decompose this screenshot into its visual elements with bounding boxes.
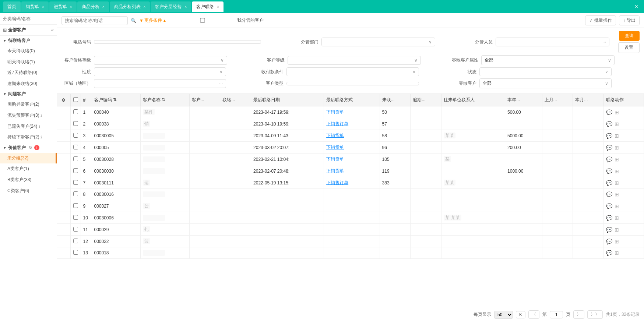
tab-home[interactable]: 首页: [3, 1, 21, 12]
my-customers-checkbox[interactable]: [169, 18, 236, 23]
customer-level-select[interactable]: ∨: [288, 56, 421, 65]
region-input[interactable]: ···: [94, 79, 226, 88]
chat-icon[interactable]: 💬: [606, 250, 612, 256]
grid-action-icon[interactable]: ⊞: [615, 203, 619, 209]
grid-action-icon[interactable]: ⊞: [615, 250, 619, 256]
checkbox-cell[interactable]: [70, 177, 81, 189]
overdue-col-header[interactable]: 逾期...: [411, 94, 441, 106]
chat-icon[interactable]: 💬: [606, 156, 612, 162]
manager-input[interactable]: ···: [496, 38, 609, 46]
chat-icon[interactable]: 💬: [606, 145, 612, 151]
lastmethod-col-header[interactable]: 最后联络方式: [324, 94, 380, 106]
checkbox-cell[interactable]: [70, 224, 81, 236]
grid-action-icon[interactable]: ⊞: [615, 227, 619, 233]
export-button[interactable]: ↑ 导出: [619, 15, 640, 25]
chat-icon[interactable]: 💬: [606, 239, 612, 244]
chat-icon[interactable]: 💬: [606, 215, 612, 221]
retail-attr-select[interactable]: 全部∨: [481, 55, 615, 65]
price-level-select[interactable]: ∨: [94, 56, 227, 65]
lastmethod-cell[interactable]: 下销售订单: [324, 118, 380, 130]
sidebar-group-problem[interactable]: ▼ 问题客户: [0, 89, 57, 99]
per-page-select[interactable]: 50 20 100: [494, 311, 513, 319]
prev-page-button[interactable]: 〈: [528, 310, 539, 319]
status-select[interactable]: ∨: [479, 67, 612, 76]
tab-purchase[interactable]: 进货单 ×: [49, 1, 77, 12]
tab-sales[interactable]: 销货单 ×: [21, 1, 49, 12]
sidebar-item-churn-warning[interactable]: 流失预警客户(3) ℹ: [0, 110, 57, 121]
row-checkbox[interactable]: [73, 145, 78, 149]
sidebar-item-tomorrow[interactable]: 明天待联络(1): [0, 57, 57, 68]
search-icon[interactable]: 🔍: [131, 18, 136, 23]
checkbox-cell[interactable]: [70, 200, 81, 212]
row-checkbox[interactable]: [73, 191, 78, 196]
grid-action-icon[interactable]: ⊞: [615, 121, 619, 127]
tab-product-analysis[interactable]: 商品分析 ×: [77, 1, 109, 12]
payment-select[interactable]: ∨: [286, 67, 419, 76]
settings-col-header[interactable]: ⚙: [57, 94, 70, 106]
lastmethod-cell[interactable]: [324, 236, 380, 247]
row-checkbox[interactable]: [73, 168, 78, 173]
reset-button[interactable]: 设置: [618, 42, 640, 53]
thisyear-col-header[interactable]: 本年...: [505, 94, 542, 106]
category-search-input[interactable]: [3, 16, 57, 21]
row-checkbox[interactable]: [73, 215, 78, 220]
chat-icon[interactable]: 💬: [606, 109, 612, 115]
lastmethod-cell[interactable]: [324, 189, 380, 200]
checkbox-cell[interactable]: [70, 247, 81, 259]
select-all-checkbox[interactable]: [73, 97, 78, 102]
row-checkbox[interactable]: [73, 250, 78, 255]
checkbox-cell[interactable]: [70, 118, 81, 130]
first-page-button[interactable]: K: [516, 311, 525, 318]
close-purchase-tab[interactable]: ×: [70, 5, 72, 9]
grid-action-icon[interactable]: ⊞: [615, 109, 619, 115]
contactperson-col-header[interactable]: 往来单位联系人: [441, 94, 505, 106]
grid-action-icon[interactable]: ⊞: [615, 239, 619, 244]
row-checkbox[interactable]: [73, 121, 78, 126]
lastmonth-col-header[interactable]: 上月...: [542, 94, 573, 106]
checkbox-cell[interactable]: [70, 106, 81, 118]
chat-icon[interactable]: 💬: [606, 168, 612, 174]
lastmethod-cell[interactable]: 下销货单: [324, 165, 380, 177]
chat-icon[interactable]: 💬: [606, 180, 612, 186]
tab-customer-contact[interactable]: 客户联络 ×: [192, 1, 224, 12]
lastmethod-cell[interactable]: [324, 224, 380, 236]
tab-customer-segment[interactable]: 客户分层经营 ×: [151, 1, 191, 12]
contact-col-header[interactable]: 联络...: [220, 94, 251, 106]
lastmethod-cell[interactable]: [324, 247, 380, 259]
chat-icon[interactable]: 💬: [606, 191, 612, 197]
lastmethod-cell[interactable]: 下销货单: [324, 130, 380, 142]
sidebar-item-hoarding[interactable]: 囤购异常客户(2): [0, 99, 57, 110]
type-col-header[interactable]: 客户...: [189, 94, 220, 106]
lastmethod-cell[interactable]: [324, 200, 380, 212]
chat-icon[interactable]: 💬: [606, 121, 612, 127]
grid-action-icon[interactable]: ⊞: [615, 180, 619, 186]
last-page-button[interactable]: 〉〉: [587, 310, 603, 319]
nocontact-col-header[interactable]: 未联...: [380, 94, 411, 106]
thismonth-col-header[interactable]: 本月...: [573, 94, 604, 106]
row-checkbox[interactable]: [73, 203, 78, 208]
close-customer-segment-tab[interactable]: ×: [184, 5, 187, 9]
query-button[interactable]: 查询: [619, 31, 640, 41]
row-checkbox[interactable]: [73, 180, 78, 185]
phone-input[interactable]: [94, 40, 261, 44]
checkbox-cell[interactable]: [70, 154, 81, 165]
lastmethod-cell[interactable]: 下销货单: [324, 142, 380, 154]
retail-customer-select[interactable]: 全部∨: [479, 78, 612, 88]
sidebar-all-customers[interactable]: ⊞ 全部客户 «: [0, 25, 57, 36]
close-customer-contact-tab[interactable]: ×: [217, 5, 219, 9]
close-product-list-tab[interactable]: ×: [144, 5, 146, 9]
collapse-sidebar-icon[interactable]: «: [51, 27, 54, 33]
search-input[interactable]: [61, 16, 128, 25]
batch-ops-button[interactable]: ✓ 批量操作: [585, 15, 616, 25]
sidebar-group-value[interactable]: ▼ 价值客户 ↻ !: [0, 143, 57, 153]
grid-action-icon[interactable]: ⊞: [615, 133, 619, 139]
grid-action-icon[interactable]: ⊞: [615, 191, 619, 197]
row-checkbox[interactable]: [73, 109, 78, 114]
row-checkbox[interactable]: [73, 133, 78, 138]
checkbox-cell[interactable]: [70, 236, 81, 247]
code-col-header[interactable]: 客户编码 ⇅: [92, 94, 141, 106]
checkbox-col-header[interactable]: [70, 94, 81, 106]
checkbox-cell[interactable]: [70, 142, 81, 154]
checkbox-cell[interactable]: [70, 212, 81, 224]
next-page-button[interactable]: 〉: [573, 310, 584, 319]
